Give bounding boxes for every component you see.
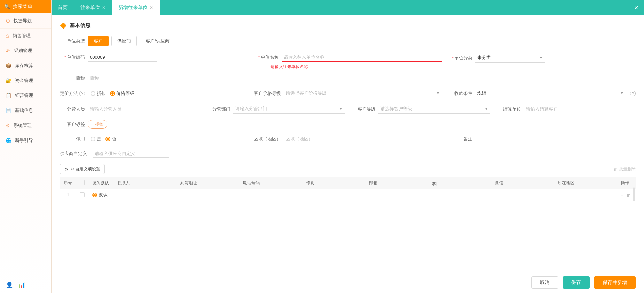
sidebar-item-label: 库存核算 [15, 63, 33, 69]
phone-input[interactable] [243, 193, 299, 197]
tab-new-partner-label: 新增往来单位 [118, 5, 148, 11]
unit-category-select[interactable]: 未分类 ▼ [475, 53, 545, 63]
sidebar-item-purchase[interactable]: 🛍 采购管理 [0, 43, 51, 58]
cell-fax[interactable] [303, 189, 366, 201]
tab-bar: 首页 往来单位 ✕ 新增往来单位 ✕ ✕ [52, 0, 644, 15]
qq-input[interactable] [432, 193, 488, 197]
save-new-button[interactable]: 保存并新增 [594, 276, 636, 289]
wechat-input[interactable] [495, 193, 551, 197]
payment-help-icon[interactable]: ? [630, 91, 636, 96]
sidebar-item-system[interactable]: ⚙ 系统管理 [0, 118, 51, 133]
sidebar-item-inventory[interactable]: 📦 库存核算 [0, 58, 51, 73]
sidebar-item-operations[interactable]: 📋 经营管理 [0, 88, 51, 103]
col-qq: qq [429, 177, 492, 189]
pricing-radio-group: 折扣 价格等级 [91, 90, 134, 97]
price-level-select[interactable]: 请选择客户价格等级 ▼ [284, 89, 442, 98]
unit-code-input[interactable] [88, 53, 157, 62]
sidebar-item-sales[interactable]: ⌂ 销售管理 [0, 29, 51, 43]
manager-input[interactable] [88, 105, 187, 113]
col-checkbox [76, 177, 89, 189]
cell-address[interactable] [177, 189, 240, 201]
email-input[interactable] [369, 193, 425, 197]
payment-select[interactable]: 现结 ▼ [475, 89, 626, 98]
cell-area[interactable] [554, 189, 617, 201]
tab-partners[interactable]: 往来单位 ✕ [74, 0, 112, 15]
sidebar-item-basic[interactable]: 📄 基础信息 [0, 103, 51, 118]
area-input[interactable] [558, 193, 614, 197]
radio-disabled-no[interactable]: 否 [105, 136, 116, 142]
add-row-button[interactable]: + [621, 192, 623, 198]
basic-icon: 📄 [6, 108, 11, 113]
sidebar-item-quick-nav[interactable]: ⊙ 快捷导航 [0, 13, 51, 29]
sidebar-item-guide[interactable]: 🌐 新手引导 [0, 133, 51, 148]
contacts-table: 序号 设为默认 联系人 到货地址 电话号码 传真 邮箱 qq 微信 所在地区 操… [60, 177, 636, 201]
supplier-custom-input[interactable] [93, 149, 169, 158]
sidebar-search[interactable]: 🔍 搜索菜单 [0, 0, 51, 13]
batch-delete-button[interactable]: 🗑 批量删除 [613, 166, 636, 172]
department-select[interactable]: 请输入分管部门 ▼ [233, 104, 345, 114]
tab-new-partner-close[interactable]: ✕ [150, 5, 153, 10]
unit-btn-both[interactable]: 客户/供应商 [140, 36, 175, 46]
settlement-input[interactable] [524, 105, 623, 113]
batch-delete-label: 批量删除 [619, 166, 636, 172]
row-checkbox[interactable] [80, 192, 85, 197]
row-default-radio[interactable]: 默认 [92, 192, 110, 198]
radio-price-level[interactable]: 价格等级 [110, 90, 134, 97]
col-seq: 序号 [60, 177, 76, 189]
cell-phone[interactable] [239, 189, 303, 201]
fax-input[interactable] [306, 193, 362, 197]
region-input[interactable] [284, 135, 430, 143]
save-button[interactable]: 保存 [563, 276, 590, 289]
cell-email[interactable] [366, 189, 429, 201]
cell-qq[interactable] [429, 189, 492, 201]
col-phone: 电话号码 [239, 177, 303, 189]
custom-settings-button[interactable]: ⚙ ⚙ 自定义项设置 [60, 164, 105, 174]
table-section: ⚙ ⚙ 自定义项设置 🗑 批量删除 序号 设为默认 联系人 [60, 164, 636, 201]
cell-contact[interactable] [114, 189, 177, 201]
header-checkbox[interactable] [80, 180, 85, 185]
shortname-input[interactable] [88, 74, 157, 82]
unit-name-input[interactable] [282, 53, 442, 62]
shortname-field: 简称 [60, 74, 171, 82]
radio-disabled-yes[interactable]: 是 [91, 136, 101, 142]
cancel-button[interactable]: 取消 [531, 276, 558, 289]
user-icon[interactable]: 👤 [6, 281, 13, 289]
sidebar-item-label: 基础信息 [15, 107, 33, 114]
pricing-help-icon[interactable]: ? [79, 91, 85, 96]
remarks-input[interactable] [475, 135, 636, 143]
unit-name-error: 请输入往来单位名称 [270, 64, 308, 69]
section-icon: 🔶 [60, 22, 67, 29]
price-level-field: 客户价格等级 请选择客户价格等级 ▼ [254, 89, 442, 98]
unit-code-label: 单位编码 [60, 54, 85, 60]
cell-seq: 1 [60, 189, 76, 201]
row-actions: + 🗑 [621, 192, 632, 198]
payment-value: 现结 [477, 90, 486, 96]
region-more-btn[interactable]: ··· [432, 135, 442, 143]
unit-btn-supplier[interactable]: 供应商 [111, 36, 137, 46]
address-input[interactable] [180, 193, 236, 197]
close-all-button[interactable]: ✕ [628, 0, 644, 15]
settlement-more-btn[interactable]: ··· [626, 105, 636, 113]
manager-row: 分管人员 ··· 分管部门 请输入分管部门 ▼ 客户等级 请选择客户等级 ▼ [60, 104, 636, 114]
sidebar-item-label: 新手引导 [15, 137, 33, 144]
price-level-label: 客户价格等级 [254, 90, 281, 97]
delete-row-button[interactable]: 🗑 [626, 192, 631, 198]
add-tag-button[interactable]: + 标签 [88, 120, 107, 129]
row-default-circle [92, 193, 97, 197]
cell-wechat[interactable] [491, 189, 554, 201]
radio-disabled-yes-circle [91, 137, 95, 141]
stats-icon[interactable]: 📊 [17, 281, 25, 289]
tab-partners-close[interactable]: ✕ [102, 5, 105, 10]
col-fax: 传真 [303, 177, 366, 189]
unit-type-row: 单位类型 客户 供应商 客户/供应商 [60, 36, 636, 46]
customer-level-select[interactable]: 请选择客户等级 ▼ [378, 104, 490, 114]
unit-btn-customer[interactable]: 客户 [88, 36, 109, 46]
footer: 取消 保存 保存并新增 [52, 272, 644, 293]
tab-new-partner[interactable]: 新增往来单位 ✕ [112, 0, 160, 15]
manager-more-btn[interactable]: ··· [190, 105, 199, 113]
quick-nav-icon: ⊙ [6, 17, 10, 24]
radio-discount[interactable]: 折扣 [91, 90, 106, 97]
tab-home[interactable]: 首页 [52, 0, 74, 15]
sidebar-item-finance[interactable]: 🔐 资金管理 [0, 73, 51, 88]
contact-input[interactable] [117, 193, 173, 197]
